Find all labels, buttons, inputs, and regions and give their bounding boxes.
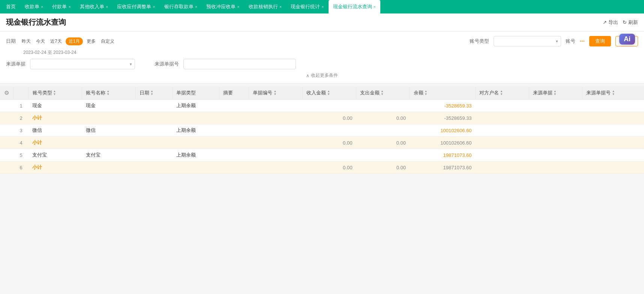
row-account-type: 微信 [29,124,82,137]
row-date [135,124,173,137]
close-receive-tab[interactable]: × [41,0,43,13]
row-income [303,149,356,161]
date-btn-7days[interactable]: 近7天 [49,37,63,45]
close-prepay-tab[interactable]: × [237,0,239,13]
row-doc-type: 上期余额 [173,100,219,112]
close-cash-flow-tab[interactable]: × [374,0,376,13]
refresh-icon: ↻ [623,19,627,25]
close-bank-deposit-tab[interactable]: × [195,0,197,13]
close-verify-tab[interactable]: × [279,0,282,13]
date-btn-custom[interactable]: 自定义 [99,37,116,45]
row-account-type: 小计 [29,137,82,149]
row-gear [0,137,14,149]
row-account-name: 支付宝 [82,149,136,161]
collapse-row[interactable]: ∧ 收起更多条件 [6,71,638,80]
gear-icon[interactable]: ⚙ [4,90,9,96]
th-expense[interactable]: 支出金额 ▲▼ [356,87,410,100]
account-type-select-wrapper: 现金 微信 支付宝 [494,36,561,46]
row-source-doc-no [582,100,644,112]
row-summary [219,112,249,124]
filter-row-1: 日期 昨天 今天 近7天 近1月 更多 自定义 账号类型 现金 微信 支付宝 账… [6,36,638,46]
account-type-select[interactable]: 现金 微信 支付宝 [494,36,561,46]
row-num: 2 [14,112,29,124]
row-date [135,161,173,174]
th-doc-no[interactable]: 单据编号 ▲▼ [249,87,303,100]
source-doc-num-label: 来源单据号 [155,61,179,67]
nav-pay[interactable]: 付款单 × [48,0,75,13]
page-title: 现金银行流水查询 [6,17,66,27]
refresh-button[interactable]: ↻ 刷新 [623,19,638,26]
nav-home[interactable]: 首页 [2,0,20,13]
close-other-income-tab[interactable]: × [106,0,108,13]
row-date [135,149,173,161]
row-counterparty [476,137,529,149]
nav-prepay[interactable]: 预收冲应收单 × [202,0,244,13]
row-num: 1 [14,100,29,112]
row-account-type: 现金 [29,100,82,112]
row-gear [0,161,14,174]
close-cash-stat-tab[interactable]: × [321,0,324,13]
date-btn-yesterday[interactable]: 昨天 [20,37,32,45]
th-date[interactable]: 日期 ▲▼ [135,87,173,100]
row-source-doc [529,137,582,149]
close-ar-ap-tab[interactable]: × [153,0,155,13]
row-account-name: 现金 [82,100,136,112]
nav-verify[interactable]: 收款核销执行 × [244,0,286,13]
date-btn-today[interactable]: 今天 [35,37,47,45]
row-summary [219,149,249,161]
row-gear [0,112,14,124]
row-doc-type [173,161,219,174]
row-income [303,100,356,112]
export-button[interactable]: ↗ 导出 [603,19,618,26]
row-num: 3 [14,124,29,137]
row-gear [0,124,14,137]
row-summary [219,161,249,174]
row-source-doc [529,124,582,137]
th-counterparty[interactable]: 对方户名 ▲▼ [476,87,529,100]
row-balance: -3528659.33 [410,100,475,112]
date-btn-more[interactable]: 更多 [85,37,97,45]
page-header: 现金银行流水查询 ↗ 导出 ↻ 刷新 [0,13,644,31]
th-income[interactable]: 收入金额 ▲▼ [303,87,356,100]
source-doc-num-input[interactable] [183,59,296,69]
nav-bank-deposit[interactable]: 银行存取款单 × [160,0,202,13]
th-doc-type: 单据类型 [173,87,219,100]
nav-receive[interactable]: 收款单 × [20,0,48,13]
row-account-name [82,112,136,124]
close-pay-tab[interactable]: × [68,0,71,13]
row-expense: 0.00 [356,112,410,124]
row-income [303,124,356,137]
source-doc-select[interactable] [30,59,135,69]
th-balance[interactable]: 余额 ▲▼ [410,87,475,100]
row-source-doc [529,112,582,124]
nav-other-income[interactable]: 其他收入单 × [75,0,113,13]
ai-badge[interactable]: Ai [619,34,635,45]
row-doc-no [249,149,303,161]
table-row: 3 微信 微信 上期余额 100102606.60 [0,124,644,137]
query-button[interactable]: 查询 [589,36,611,46]
row-balance: 100102606.60 [410,124,475,137]
th-source-doc[interactable]: 来源单据 ▲▼ [529,87,582,100]
date-btn-1month[interactable]: 近1月 [66,37,83,45]
row-source-doc [529,161,582,174]
row-date [135,100,173,112]
th-source-doc-no[interactable]: 来源单据号 ▲▼ [582,87,644,100]
row-expense [356,124,410,137]
row-account-name [82,137,136,149]
account-dots-button[interactable]: ··· [580,38,585,45]
th-num [14,87,29,100]
row-source-doc-no [582,161,644,174]
row-balance: 100102606.60 [410,137,475,149]
source-doc-label: 来源单据 [6,61,26,67]
account-type-label: 账号类型 [470,38,489,45]
row-source-doc [529,149,582,161]
nav-ar-ap[interactable]: 应收应付调整单 × [113,0,159,13]
row-date [135,137,173,149]
nav-cash-flow[interactable]: 现金银行流水查询 × [329,0,380,13]
row-source-doc [529,100,582,112]
row-doc-type [173,112,219,124]
th-account-name[interactable]: 账号名称 ▲▼ [82,87,136,100]
th-account-type[interactable]: 账号类型 ▲▼ [29,87,82,100]
row-doc-no [249,137,303,149]
nav-cash-stat[interactable]: 现金银行统计 × [286,0,328,13]
